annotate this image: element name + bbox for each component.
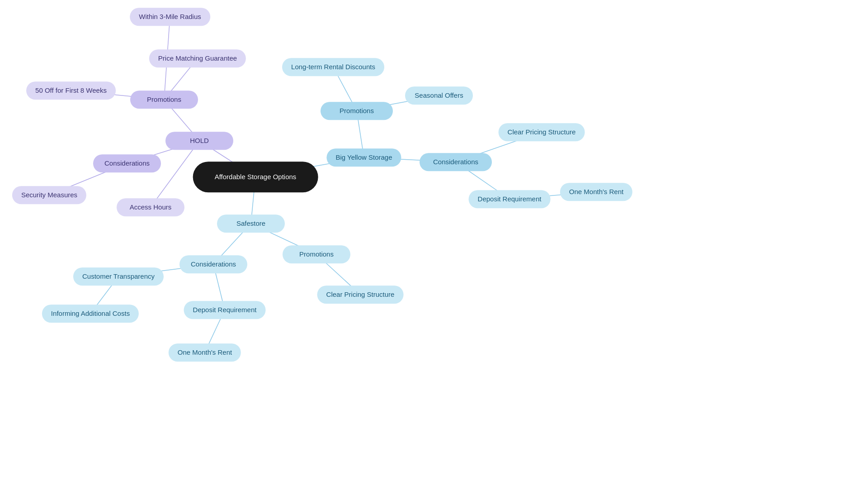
node-label-hold_access_hours: Access Hours	[121, 198, 181, 216]
connections-svg	[0, 0, 868, 490]
node-label-hold_within3: Within 3-Mile Radius	[130, 8, 210, 26]
node-hold_price_matching[interactable]: Price Matching Guarantee	[149, 49, 246, 67]
node-safestore_considerations[interactable]: Considerations	[179, 255, 247, 273]
node-label-hold_price_matching: Price Matching Guarantee	[149, 49, 246, 67]
node-label-safestore_informing: Informing Additional Costs	[42, 304, 139, 323]
node-label-bigyellow_deposit: Deposit Requirement	[469, 190, 551, 208]
node-label-safestore_clear_pricing: Clear Pricing Structure	[317, 285, 404, 304]
node-hold[interactable]: HOLD	[165, 132, 233, 150]
node-label-safestore_customer_transparency: Customer Transparency	[73, 267, 164, 285]
svg-line-5	[151, 141, 199, 207]
node-label-hold_security: Security Measures	[12, 186, 86, 204]
mindmap-container: Affordable Storage OptionsHOLDPromotions…	[0, 0, 868, 490]
node-bigyellow[interactable]: Big Yellow Storage	[326, 148, 401, 167]
node-safestore_informing[interactable]: Informing Additional Costs	[42, 304, 139, 323]
node-safestore_customer_transparency[interactable]: Customer Transparency	[73, 267, 164, 285]
node-label-bigyellow_longterm: Long-term Rental Discounts	[282, 58, 384, 76]
node-hold_access_hours[interactable]: Access Hours	[117, 198, 184, 216]
node-label-bigyellow: Big Yellow Storage	[326, 148, 401, 167]
node-safestore_onemonth[interactable]: One Month's Rent	[169, 343, 241, 362]
node-hold_considerations[interactable]: Considerations	[93, 154, 161, 172]
node-bigyellow_clear_pricing[interactable]: Clear Pricing Structure	[499, 123, 585, 141]
node-label-bigyellow_clear_pricing: Clear Pricing Structure	[499, 123, 585, 141]
node-bigyellow_promotions[interactable]: Promotions	[321, 102, 393, 120]
node-bigyellow_considerations[interactable]: Considerations	[420, 153, 492, 171]
node-label-center: Affordable Storage Options	[206, 168, 306, 186]
node-bigyellow_deposit[interactable]: Deposit Requirement	[469, 190, 551, 208]
node-label-hold: HOLD	[181, 132, 218, 150]
node-hold_50off[interactable]: 50 Off for First 8 Weeks	[26, 81, 116, 100]
node-label-hold_50off: 50 Off for First 8 Weeks	[26, 81, 116, 100]
node-safestore_promotions[interactable]: Promotions	[283, 245, 350, 263]
node-bigyellow_seasonal[interactable]: Seasonal Offers	[405, 86, 473, 105]
node-label-hold_promotions: Promotions	[138, 90, 190, 109]
node-center[interactable]: Affordable Storage Options	[193, 162, 318, 192]
node-label-bigyellow_onemonth: One Month's Rent	[560, 183, 632, 201]
node-label-safestore_promotions: Promotions	[290, 245, 343, 263]
node-label-bigyellow_considerations: Considerations	[424, 153, 487, 171]
node-label-safestore: Safestore	[227, 214, 274, 233]
node-hold_security[interactable]: Security Measures	[12, 186, 86, 204]
node-label-bigyellow_promotions: Promotions	[330, 102, 383, 120]
node-safestore[interactable]: Safestore	[217, 214, 285, 233]
node-bigyellow_onemonth[interactable]: One Month's Rent	[560, 183, 632, 201]
node-label-safestore_onemonth: One Month's Rent	[169, 343, 241, 362]
node-safestore_clear_pricing[interactable]: Clear Pricing Structure	[317, 285, 404, 304]
node-bigyellow_longterm[interactable]: Long-term Rental Discounts	[282, 58, 384, 76]
node-label-bigyellow_seasonal: Seasonal Offers	[406, 86, 472, 105]
node-label-hold_considerations: Considerations	[95, 154, 159, 172]
node-safestore_deposit[interactable]: Deposit Requirement	[184, 301, 266, 319]
node-hold_promotions[interactable]: Promotions	[130, 90, 198, 109]
node-label-safestore_deposit: Deposit Requirement	[184, 301, 266, 319]
node-label-safestore_considerations: Considerations	[182, 255, 245, 273]
node-hold_within3[interactable]: Within 3-Mile Radius	[130, 8, 210, 26]
